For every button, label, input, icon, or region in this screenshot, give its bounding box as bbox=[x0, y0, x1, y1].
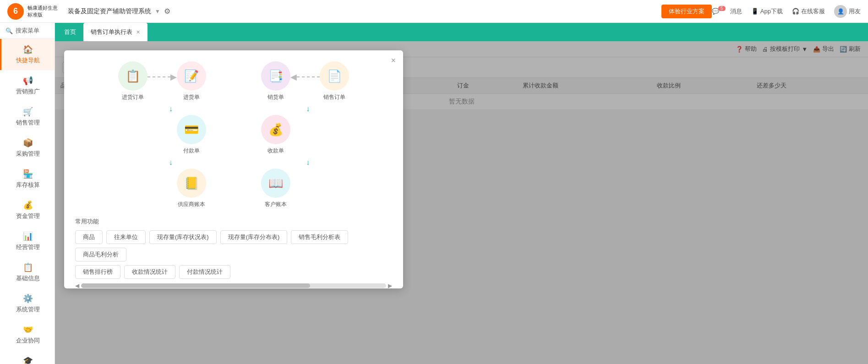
sidebar-item-operations[interactable]: 📊 经营管理 bbox=[0, 226, 55, 257]
sidebar-label-inventory: 库存核算 bbox=[16, 181, 40, 189]
customer-account-icon: 📖 bbox=[268, 176, 283, 190]
tab-close-icon[interactable]: ✕ bbox=[136, 29, 140, 35]
tab-home[interactable]: 首页 bbox=[57, 23, 83, 41]
sidebar-label-marketing: 营销推广 bbox=[16, 87, 40, 96]
customer-account-label: 客户账本 bbox=[265, 201, 287, 208]
app-download-item[interactable]: 📱 App下载 bbox=[751, 7, 783, 16]
func-btn-stock-dist[interactable]: 现存量(库存分布表) bbox=[220, 230, 288, 244]
scroll-left-icon[interactable]: ◀ bbox=[75, 283, 79, 288]
settings-icon[interactable]: ⚙ bbox=[164, 7, 170, 16]
func-btn-stock-status[interactable]: 现存量(库存状况表) bbox=[149, 230, 217, 244]
func-btn-goods[interactable]: 商品 bbox=[75, 230, 103, 244]
sales-doc-label: 销货单 bbox=[267, 93, 284, 101]
finance-icon: 💰 bbox=[23, 200, 33, 210]
payment-out-item[interactable]: 💳 付款单 bbox=[177, 115, 206, 155]
user-avatar: 👤 bbox=[834, 5, 847, 18]
func-btn-payment-stats[interactable]: 付款情况统计 bbox=[179, 265, 230, 279]
customer-account-circle: 📖 bbox=[261, 168, 290, 198]
sidebar-item-marketing[interactable]: 📢 营销推广 bbox=[0, 70, 55, 101]
sales-order-item[interactable]: 📄 销售订单 bbox=[320, 61, 349, 101]
inventory-icon: 🏪 bbox=[23, 169, 33, 179]
sidebar-item-inventory[interactable]: 🏪 库存核算 bbox=[0, 163, 55, 195]
sidebar-item-system[interactable]: ⚙️ 系统管理 bbox=[0, 288, 55, 319]
supplier-account-circle: 📒 bbox=[177, 168, 206, 198]
search-menu-item[interactable]: 🔍 搜索菜单 bbox=[0, 23, 55, 39]
supplier-account-label: 供应商账本 bbox=[178, 201, 205, 208]
sales-order-circle: 📄 bbox=[320, 61, 349, 91]
modal-close-button[interactable]: × bbox=[391, 56, 396, 65]
purchase-doc-label: 进货单 bbox=[183, 93, 200, 101]
scroll-right-icon[interactable]: ▶ bbox=[388, 283, 392, 288]
tab-home-label: 首页 bbox=[64, 28, 76, 36]
purchase-icon: 📦 bbox=[23, 138, 33, 148]
online-service-item[interactable]: 🎧 在线客服 bbox=[792, 7, 825, 16]
purchase-doc-item[interactable]: 📝 进货单 bbox=[177, 61, 206, 101]
main-content: 首页 销售订单执行表 ✕ ❓ 帮助 🖨 按模板打印 ▼ 📤 导出 bbox=[55, 23, 868, 364]
modal-overlay: × 📋 进货订单 bbox=[55, 41, 868, 364]
func-btn-goods-profit[interactable]: 商品毛利分析 bbox=[75, 248, 126, 261]
logo-area: 6 畅康通好生意 标准版 bbox=[7, 3, 62, 20]
search-menu-label: 搜索菜单 bbox=[16, 27, 39, 35]
supplier-account-icon: 📒 bbox=[184, 176, 199, 190]
home-icon: 🏠 bbox=[23, 44, 33, 54]
sidebar-item-finance[interactable]: 💰 资金管理 bbox=[0, 195, 55, 226]
payment-out-icon: 💳 bbox=[184, 123, 199, 137]
purchase-order-item[interactable]: 📋 进货订单 bbox=[118, 61, 147, 101]
operations-icon: 📊 bbox=[23, 231, 33, 241]
top-header: 6 畅康通好生意 标准版 装备及固定资产辅助管理系统 ▼ ⚙ 体验行业方案 💬 … bbox=[0, 0, 868, 23]
title-dropdown-arrow[interactable]: ▼ bbox=[155, 8, 160, 15]
sidebar-label-operations: 经营管理 bbox=[16, 243, 40, 251]
tab-sales-exec-label: 销售订单执行表 bbox=[91, 28, 132, 36]
online-service-label: 在线客服 bbox=[801, 7, 825, 16]
sales-doc-icon: 📑 bbox=[268, 69, 283, 83]
sidebar-item-newbie[interactable]: 🎓 新手引导 bbox=[0, 350, 55, 364]
sidebar-item-quick-nav[interactable]: 🏠 快捷导航 bbox=[0, 39, 55, 70]
func-buttons-row1: 商品 往来单位 现存量(库存状况表) 现存量(库存分布表) 销售毛利分析表 商品… bbox=[75, 230, 392, 261]
func-buttons-row2: 销售排行榜 收款情况统计 付款情况统计 bbox=[75, 265, 392, 279]
purchase-order-circle: 📋 bbox=[118, 61, 147, 91]
payment-in-circle: 💰 bbox=[261, 115, 290, 144]
sidebar: 🔍 搜索菜单 🏠 快捷导航 📢 营销推广 🛒 销售管理 📦 采购管理 🏪 库存核… bbox=[0, 23, 55, 364]
online-service-icon: 🎧 bbox=[792, 8, 799, 15]
tab-sales-exec[interactable]: 销售订单执行表 ✕ bbox=[83, 23, 147, 41]
sidebar-item-enterprise[interactable]: 🤝 企业协同 bbox=[0, 319, 55, 350]
app-download-icon: 📱 bbox=[751, 8, 759, 15]
user-name: 用友 bbox=[849, 7, 861, 16]
modal-scrollbar-area: ◀ ▶ bbox=[75, 283, 392, 288]
marketing-icon: 📢 bbox=[23, 76, 33, 86]
sidebar-item-basic-info[interactable]: 📋 基础信息 bbox=[0, 257, 55, 288]
func-btn-partners[interactable]: 往来单位 bbox=[106, 230, 146, 244]
sales-doc-item[interactable]: 📑 销货单 bbox=[261, 61, 290, 101]
func-btn-sales-profit[interactable]: 销售毛利分析表 bbox=[291, 230, 348, 244]
sales-icon: 🛒 bbox=[23, 107, 33, 117]
message-badge: 5 bbox=[718, 6, 726, 11]
scrollbar-track[interactable] bbox=[81, 283, 386, 288]
system-title-text: 装备及固定资产辅助管理系统 bbox=[68, 7, 151, 16]
scrollbar-thumb bbox=[81, 283, 310, 288]
customer-account-item[interactable]: 📖 客户账本 bbox=[261, 168, 290, 208]
message-label: 消息 bbox=[730, 7, 742, 16]
basic-info-icon: 📋 bbox=[23, 262, 33, 272]
content-area: ❓ 帮助 🖨 按模板打印 ▼ 📤 导出 🔄 刷新 📅 单据状态 bbox=[55, 41, 868, 364]
payment-in-item[interactable]: 💰 收款单 bbox=[261, 115, 290, 155]
logo-icon: 6 bbox=[7, 3, 24, 20]
payment-in-label: 收款单 bbox=[267, 147, 284, 155]
sidebar-item-sales[interactable]: 🛒 销售管理 bbox=[0, 101, 55, 132]
trial-button[interactable]: 体验行业方案 bbox=[661, 5, 712, 18]
purchase-doc-icon: 📝 bbox=[184, 69, 199, 83]
user-area[interactable]: 👤 用友 bbox=[834, 5, 861, 18]
func-btn-receipt-stats[interactable]: 收款情况统计 bbox=[124, 265, 175, 279]
sales-order-label: 销售订单 bbox=[323, 93, 345, 101]
enterprise-icon: 🤝 bbox=[23, 325, 33, 335]
payment-out-circle: 💳 bbox=[177, 115, 206, 144]
common-funcs-title: 常用功能 bbox=[75, 217, 392, 226]
supplier-account-item[interactable]: 📒 供应商账本 bbox=[177, 168, 206, 208]
purchase-order-label: 进货订单 bbox=[122, 93, 144, 101]
search-icon: 🔍 bbox=[5, 27, 13, 34]
sidebar-item-purchase[interactable]: 📦 采购管理 bbox=[0, 132, 55, 163]
message-icon-item[interactable]: 💬 5 消息 bbox=[712, 7, 742, 16]
sales-order-icon: 📄 bbox=[327, 69, 342, 83]
payment-in-icon: 💰 bbox=[268, 123, 283, 137]
func-btn-sales-rank[interactable]: 销售排行榜 bbox=[75, 265, 120, 279]
sidebar-label-sales: 销售管理 bbox=[16, 119, 40, 127]
